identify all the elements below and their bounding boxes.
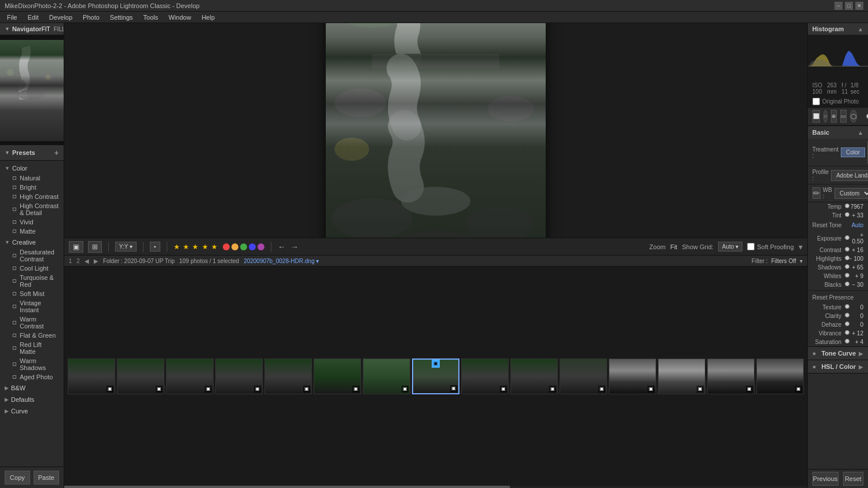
view-single-btn[interactable]: ▣ <box>69 241 83 253</box>
preset-turquoise-red[interactable]: Turquoise & Red <box>0 273 64 289</box>
navigator-header[interactable]: ▼ Navigator FIT FILL 1:1 1:8 <box>0 23 64 35</box>
crop-btn[interactable]: ▪ <box>150 242 160 252</box>
previous-button[interactable]: Previous <box>812 472 838 486</box>
arrow-right-btn[interactable]: → <box>290 242 299 252</box>
menu-help[interactable]: Help <box>197 13 219 22</box>
film-thumb-13[interactable]: ▣ <box>658 358 705 394</box>
star-rating[interactable]: ★ ★ ★ ★ ★ <box>174 243 218 251</box>
filmstrip-scrollbar[interactable] <box>64 486 807 488</box>
film-thumb-3[interactable]: ▣ <box>166 358 214 394</box>
wb-select[interactable]: Custom <box>834 188 868 199</box>
menu-tools[interactable]: Tools <box>139 13 163 22</box>
film-thumb-5[interactable]: ▣ <box>264 358 312 394</box>
menu-settings[interactable]: Settings <box>105 13 138 22</box>
preset-matte[interactable]: Matte <box>0 227 64 236</box>
tone-curve-section[interactable]: ● Tone Curve ▶ <box>808 347 868 360</box>
film-thumb-15[interactable]: ▣ <box>756 358 804 394</box>
filmstrip-nav-right[interactable]: ▶ <box>94 258 98 264</box>
star-3[interactable]: ★ <box>192 243 199 251</box>
basic-panel-header[interactable]: Basic ▲ <box>808 126 868 139</box>
preset-red-lift-matte[interactable]: Red Lift Matte <box>0 340 64 356</box>
radial-filter-tool[interactable]: ◯ <box>850 110 857 123</box>
add-preset-button[interactable]: + <box>54 148 59 157</box>
copy-button[interactable]: Copy <box>5 471 30 485</box>
preset-desaturated-contrast[interactable]: Desaturated Contrast <box>0 247 64 264</box>
panel-toggle-btn[interactable]: ▾ <box>799 242 803 252</box>
wb-eyedropper-tool[interactable]: ✏ <box>812 187 821 199</box>
preset-flat-green[interactable]: Flat & Green <box>0 331 64 340</box>
filter-value[interactable]: Filters Off <box>771 258 796 264</box>
crop-tool-icon[interactable]: ⬜ <box>812 110 820 123</box>
preset-high-contrast[interactable]: High Contrast <box>0 192 64 201</box>
menu-edit[interactable]: Edit <box>23 13 43 22</box>
auto-btn[interactable]: Auto ▾ <box>718 242 742 252</box>
exposure-slider-thumb[interactable] <box>845 235 849 240</box>
film-thumb-10[interactable]: ▣ <box>510 358 558 394</box>
image-area[interactable] <box>64 23 807 238</box>
preset-group-curve-header[interactable]: ▶ Curve <box>0 406 64 416</box>
preset-cool-light[interactable]: Cool Light <box>0 264 64 273</box>
red-eye-tool[interactable]: ⊕ <box>831 110 837 123</box>
reset-button[interactable]: Reset <box>843 472 863 486</box>
preset-vivid[interactable]: Vivid <box>0 217 64 227</box>
preset-group-bw-header[interactable]: ▶ B&W <box>0 383 64 393</box>
menu-file[interactable]: File <box>2 13 22 22</box>
preset-bright[interactable]: Bright <box>0 183 64 192</box>
graduated-filter-tool[interactable]: ▭ <box>840 110 847 123</box>
filmstrip-tab2[interactable]: 2 <box>76 258 80 264</box>
color-green[interactable] <box>240 243 247 250</box>
menu-develop[interactable]: Develop <box>45 13 77 22</box>
zoom-fill-btn[interactable]: FILL <box>54 26 64 32</box>
histogram-collapse-icon[interactable]: ▲ <box>858 26 863 32</box>
preset-group-defaults-header[interactable]: ▶ Defaults <box>0 394 64 405</box>
xy-mode-btn[interactable]: Y:Y ▾ <box>115 242 137 252</box>
film-thumb-6[interactable]: ▣ <box>314 358 361 394</box>
filmstrip-scroll-thumb[interactable] <box>64 486 510 488</box>
color-blue[interactable] <box>249 243 256 250</box>
star-5[interactable]: ★ <box>211 243 218 251</box>
color-treatment-btn[interactable]: Color <box>841 147 865 157</box>
minimize-button[interactable]: − <box>834 2 843 10</box>
preset-vintage-instant[interactable]: Vintage Instant <box>0 298 64 315</box>
menu-photo[interactable]: Photo <box>78 13 104 22</box>
orig-photo-checkbox[interactable] <box>812 98 820 105</box>
menu-window[interactable]: Window <box>164 13 196 22</box>
star-1[interactable]: ★ <box>174 243 181 251</box>
film-thumb-7[interactable]: ▣ <box>363 358 410 394</box>
film-thumb-4[interactable]: ▣ <box>215 358 263 394</box>
filmstrip-nav-left[interactable]: ◀ <box>84 258 89 264</box>
preset-warm-contrast[interactable]: Warm Contrast <box>0 315 64 331</box>
profile-select[interactable]: Adobe Landscape <box>831 170 868 181</box>
film-thumb-9[interactable]: ▣ <box>461 358 509 394</box>
arrow-left-btn[interactable]: ← <box>278 242 286 252</box>
film-thumb-11[interactable]: ▣ <box>560 358 607 394</box>
hsl-color-section[interactable]: ● HSL / Color ▶ <box>808 360 868 374</box>
soft-proofing-toggle[interactable]: Soft Proofing <box>747 243 794 250</box>
close-button[interactable]: ✕ <box>855 2 863 10</box>
preset-high-contrast-detail[interactable]: High Contrast & Detail <box>0 201 64 217</box>
film-thumb-2[interactable]: ▣ <box>117 358 164 394</box>
preset-warm-shadows[interactable]: Warm Shadows <box>0 356 64 372</box>
filename-label[interactable]: 20200907b_0028-HDR.dng ▾ <box>244 258 319 264</box>
fit-label[interactable]: Fit <box>670 243 677 250</box>
soft-proofing-checkbox[interactable] <box>747 243 755 250</box>
preset-aged-photo[interactable]: Aged Photo <box>0 372 64 382</box>
zoom-fit-btn[interactable]: FIT <box>42 26 50 32</box>
maximize-button[interactable]: □ <box>845 2 853 10</box>
film-thumb-14[interactable]: ▣ <box>707 358 755 394</box>
view-grid-btn[interactable]: ⊞ <box>88 241 102 253</box>
film-thumb-1[interactable]: ▣ <box>68 358 115 394</box>
star-4[interactable]: ★ <box>202 243 209 251</box>
auto-tone-btn[interactable]: Auto <box>851 222 863 228</box>
filmstrip-tab1[interactable]: 1 <box>69 258 72 264</box>
window-controls[interactable]: − □ ✕ <box>834 2 863 10</box>
film-thumb-12[interactable]: ▣ <box>609 358 656 394</box>
preset-natural[interactable]: Natural <box>0 173 64 183</box>
histogram-header[interactable]: Histogram ▲ <box>808 23 868 35</box>
star-2[interactable]: ★ <box>183 243 190 251</box>
navigator-preview[interactable] <box>0 35 64 145</box>
preset-group-color-header[interactable]: ▼ Color <box>0 163 64 173</box>
spot-removal-tool[interactable]: ○ <box>823 110 827 123</box>
preset-group-creative-header[interactable]: ▼ Creative <box>0 237 64 247</box>
color-yellow[interactable] <box>231 243 238 250</box>
